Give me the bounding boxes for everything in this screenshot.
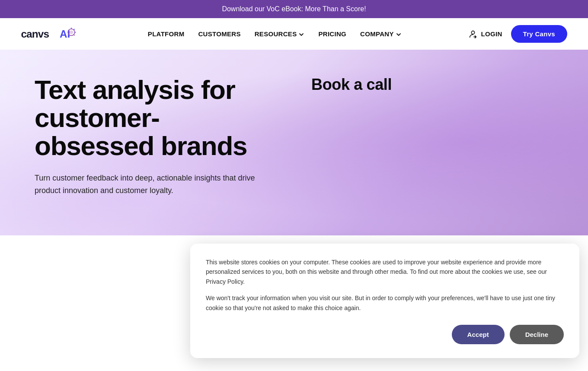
announcement-text: Download our VoC eBook: More Than a Scor… xyxy=(222,5,366,13)
hero-right: Book a call xyxy=(277,76,553,94)
nav-link-platform[interactable]: PLATFORM xyxy=(148,30,185,38)
hero-section: Text analysis for customer-obsessed bran… xyxy=(0,50,588,235)
nav-links: PLATFORM CUSTOMERS RESOURCES PRICING COM… xyxy=(148,30,402,38)
svg-point-8 xyxy=(471,31,474,34)
cookie-decline-button[interactable]: Decline xyxy=(510,325,564,330)
svg-text:canvs: canvs xyxy=(21,28,49,39)
nav-item-company[interactable]: COMPANY xyxy=(360,30,402,38)
nav-link-pricing[interactable]: PRICING xyxy=(318,30,346,38)
nav-right: LOGIN Try Canvs xyxy=(468,25,567,43)
hero-title: Text analysis for customer-obsessed bran… xyxy=(35,76,277,160)
cookie-text-1: This website stores cookies on your comp… xyxy=(206,257,564,286)
cookie-text-2: We won't track your information when you… xyxy=(206,293,564,313)
nav-item-pricing[interactable]: PRICING xyxy=(318,30,346,38)
login-link[interactable]: LOGIN xyxy=(468,29,502,39)
cookie-buttons: Accept Decline xyxy=(206,325,564,330)
cookie-banner: This website stores cookies on your comp… xyxy=(190,244,579,330)
announcement-bar[interactable]: Download our VoC eBook: More Than a Scor… xyxy=(0,0,588,18)
login-icon xyxy=(468,29,478,39)
svg-line-7 xyxy=(74,35,75,35)
svg-line-6 xyxy=(74,29,75,30)
try-canvs-button[interactable]: Try Canvs xyxy=(511,25,567,43)
hero-left: Text analysis for customer-obsessed bran… xyxy=(35,76,277,197)
svg-point-3 xyxy=(70,30,74,34)
login-label: LOGIN xyxy=(481,30,502,38)
logo-svg: canvs AI xyxy=(21,25,81,43)
nav-link-customers[interactable]: CUSTOMERS xyxy=(198,30,240,38)
nav-item-resources[interactable]: RESOURCES xyxy=(255,30,305,38)
nav-item-customers[interactable]: CUSTOMERS xyxy=(198,30,240,38)
nav-item-platform[interactable]: PLATFORM xyxy=(148,30,185,38)
navbar: canvs AI PLATFORM CUSTOMERS RESOURCES xyxy=(0,18,588,50)
chevron-down-icon xyxy=(298,32,304,38)
hero-subtitle: Turn customer feedback into deep, action… xyxy=(35,172,259,197)
logo-link[interactable]: canvs AI xyxy=(21,25,81,43)
chevron-down-icon-2 xyxy=(396,32,402,38)
nav-link-company[interactable]: COMPANY xyxy=(360,30,402,38)
cookie-accept-button[interactable]: Accept xyxy=(452,325,505,330)
nav-link-resources[interactable]: RESOURCES xyxy=(255,30,305,38)
book-call-title: Book a call xyxy=(311,76,392,94)
